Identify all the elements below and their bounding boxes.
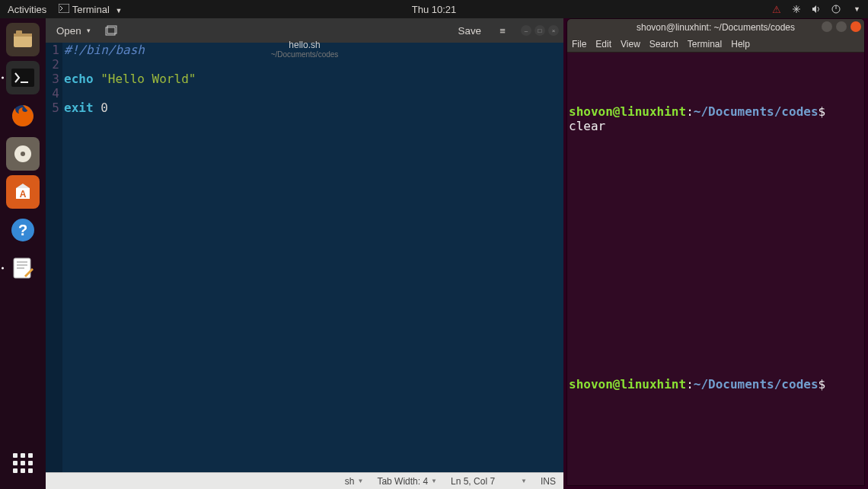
minimize-icon[interactable]: – bbox=[521, 25, 531, 36]
power-icon[interactable] bbox=[831, 4, 841, 14]
activities-button[interactable]: Activities bbox=[8, 4, 46, 15]
menu-terminal[interactable]: Terminal bbox=[688, 39, 722, 50]
new-tab-button[interactable] bbox=[101, 22, 121, 39]
current-app-menu[interactable]: Terminal ▼ bbox=[59, 3, 122, 15]
code-area[interactable]: #!/bin/bash echo "Hello World" exit 0 bbox=[62, 43, 563, 472]
terminal-line: shovon@linuxhint:~/Documents/codes$ bbox=[569, 377, 863, 392]
warning-icon[interactable]: ⚠ bbox=[771, 4, 782, 14]
code-token: 0 bbox=[101, 101, 108, 115]
svg-text:A: A bbox=[20, 189, 27, 200]
clock[interactable]: Thu 10:21 bbox=[412, 4, 457, 15]
open-button[interactable]: Open ▾ bbox=[50, 22, 97, 40]
dock-gedit[interactable] bbox=[6, 251, 40, 285]
volume-icon[interactable] bbox=[811, 4, 822, 14]
code-token: "Hello World" bbox=[101, 72, 196, 86]
close-icon[interactable]: × bbox=[548, 25, 559, 36]
gedit-header: Open ▾ hello.sh ~/Documents/codes Save ≡… bbox=[46, 18, 563, 43]
network-icon[interactable] bbox=[791, 4, 802, 14]
dock-rhythmbox[interactable] bbox=[6, 137, 40, 171]
hamburger-menu-icon[interactable]: ≡ bbox=[493, 25, 512, 37]
svg-point-10 bbox=[21, 152, 25, 156]
dock-firefox[interactable] bbox=[6, 99, 40, 133]
terminal-title-text: shovon@linuxhint: ~/Documents/codes bbox=[637, 22, 795, 33]
menu-search[interactable]: Search bbox=[649, 39, 678, 50]
menu-file[interactable]: File bbox=[572, 39, 586, 50]
dock-files[interactable] bbox=[6, 23, 40, 56]
current-app-label: Terminal bbox=[72, 4, 110, 15]
svg-rect-6 bbox=[11, 69, 34, 87]
maximize-icon[interactable] bbox=[836, 21, 847, 32]
code-line: #!/bin/bash bbox=[64, 43, 145, 57]
top-panel: Activities Terminal ▼ Thu 10:21 ⚠ ▼ bbox=[0, 0, 868, 18]
svg-rect-5 bbox=[16, 30, 22, 34]
menu-help[interactable]: Help bbox=[731, 39, 750, 50]
launcher-dock: A ? bbox=[0, 18, 46, 489]
status-language[interactable]: sh▼ bbox=[345, 476, 364, 487]
status-insert-mode: INS bbox=[541, 476, 556, 487]
menu-view[interactable]: View bbox=[621, 39, 640, 50]
show-applications[interactable] bbox=[6, 446, 40, 480]
dock-terminal[interactable] bbox=[6, 61, 40, 94]
maximize-icon[interactable]: □ bbox=[535, 25, 545, 36]
code-editor[interactable]: 1 2 3 4 5 #!/bin/bash echo "Hello World"… bbox=[46, 43, 563, 472]
menu-edit[interactable]: Edit bbox=[595, 39, 611, 50]
svg-text:?: ? bbox=[18, 222, 27, 238]
close-icon[interactable] bbox=[850, 21, 861, 32]
terminal-line: shovon@linuxhint:~/Documents/codes$ clea… bbox=[569, 104, 863, 133]
terminal-window: shovon@linuxhint: ~/Documents/codes File… bbox=[566, 18, 865, 486]
terminal-icon bbox=[59, 3, 69, 14]
chevron-down-icon: ▾ bbox=[87, 27, 91, 34]
open-label: Open bbox=[56, 25, 81, 37]
terminal-body[interactable]: shovon@linuxhint:~/Documents/codes$ clea… bbox=[567, 53, 864, 485]
dock-software[interactable]: A bbox=[6, 175, 40, 209]
svg-rect-0 bbox=[59, 4, 69, 13]
chevron-down-icon[interactable]: ▼ bbox=[854, 5, 860, 13]
minimize-icon[interactable] bbox=[822, 21, 832, 32]
line-gutter: 1 2 3 4 5 bbox=[46, 43, 62, 472]
status-bar: sh▼ Tab Width: 4▼ Ln 5, Col 7▼ INS bbox=[46, 472, 563, 489]
dock-help[interactable]: ? bbox=[6, 213, 40, 247]
save-button[interactable]: Save bbox=[451, 22, 489, 40]
status-tabwidth[interactable]: Tab Width: 4▼ bbox=[377, 476, 437, 487]
code-token: echo bbox=[64, 72, 94, 86]
terminal-titlebar[interactable]: shovon@linuxhint: ~/Documents/codes bbox=[567, 19, 864, 36]
status-cursor[interactable]: Ln 5, Col 7▼ bbox=[451, 476, 527, 487]
code-token: exit bbox=[64, 101, 94, 115]
gedit-window: Open ▾ hello.sh ~/Documents/codes Save ≡… bbox=[46, 18, 563, 489]
chevron-down-icon: ▼ bbox=[115, 7, 122, 14]
terminal-menubar: File Edit View Search Terminal Help bbox=[567, 36, 864, 53]
